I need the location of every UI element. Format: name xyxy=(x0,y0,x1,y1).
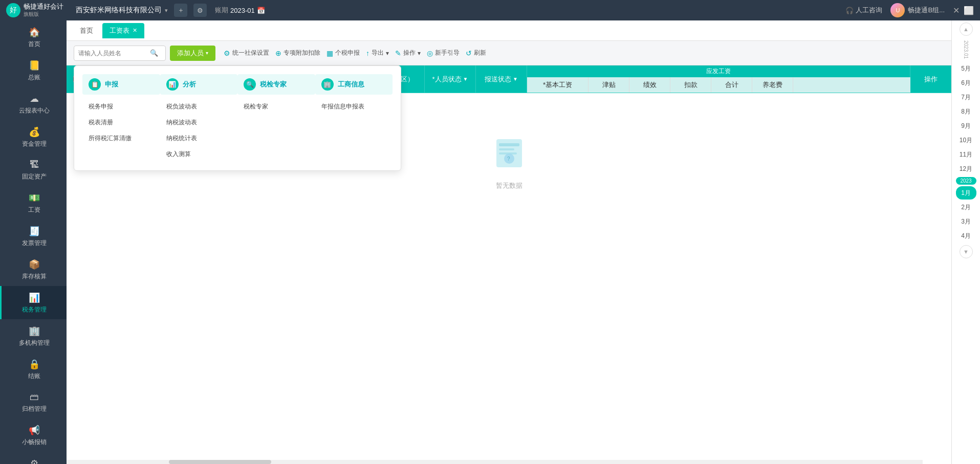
refresh-label: 刷新 xyxy=(474,49,486,57)
sidebar-item-cloud-report[interactable]: ☁ 云报表中心 xyxy=(0,87,67,120)
close-icon[interactable]: ✕ xyxy=(953,6,960,15)
social-label: 统一社保设置 xyxy=(232,49,269,57)
tab-home[interactable]: 首页 xyxy=(73,23,100,38)
tax-report-button[interactable]: ▦ 个税申报 xyxy=(326,49,360,57)
sidebar-label-multi-org: 多机构管理 xyxy=(19,339,50,347)
calendar-panel: ▲ 2023.01 5月 6月 7月 8月 9月 10月 11月 12月 202… xyxy=(951,20,980,464)
svg-rect-1 xyxy=(499,143,519,146)
ops-label: 操作 xyxy=(403,49,416,57)
export-button[interactable]: ↑ 导出 ▾ xyxy=(366,49,389,57)
cal-month-11[interactable]: 11月 xyxy=(956,148,976,161)
sidebar-item-fund[interactable]: 💰 资金管理 xyxy=(0,120,67,153)
svg-rect-2 xyxy=(499,148,514,150)
deduct-label: 专项附加扣除 xyxy=(284,49,320,57)
dropdown-item-income[interactable]: 收入测算 xyxy=(160,146,238,162)
service-button[interactable]: 🎧 人工咨询 xyxy=(845,6,882,15)
ledger-icon: 📒 xyxy=(29,60,40,71)
app-edition: 旗舰版 xyxy=(24,11,63,18)
tax-report-label: 个税申报 xyxy=(335,49,360,57)
calendar-icon[interactable]: 📅 xyxy=(257,7,265,14)
sidebar-item-home[interactable]: 🏠 首页 xyxy=(0,20,67,54)
sub-th-total: 合计 xyxy=(711,77,752,93)
fund-icon: 💰 xyxy=(29,126,40,138)
zhuanjia-icon: 🔍 xyxy=(244,78,256,91)
dropdown-header-shenb: 📋 申报 xyxy=(82,74,160,95)
dropdown-item-taxburden[interactable]: 税负波动表 xyxy=(160,99,238,115)
fenxi-icon: 📊 xyxy=(166,78,179,91)
sidebar-item-multi-org[interactable]: 🏢 多机构管理 xyxy=(0,319,67,352)
sidebar-item-marketing[interactable]: 📢 小畅报销 xyxy=(0,418,67,452)
headset-icon: 🎧 xyxy=(845,7,854,14)
refresh-button[interactable]: ↺ 刷新 xyxy=(466,49,486,57)
dropdown-item-taxstat[interactable]: 纳税统计表 xyxy=(160,130,238,146)
scrollbar-track[interactable] xyxy=(67,460,923,464)
gongshang-icon: 🏢 xyxy=(321,78,334,91)
main-content: 首页 工资表 ✕ 🔍 添加人员 ▾ ⚙ 统一社保设置 xyxy=(67,20,951,464)
cal-nav-up[interactable]: ▲ xyxy=(960,23,973,36)
user-area[interactable]: U 畅捷通B组... xyxy=(890,3,945,17)
scrollbar-thumb[interactable] xyxy=(169,460,271,464)
dropdown-item-annualreport[interactable]: 年报信息申报表 xyxy=(315,99,393,115)
sidebar-item-close-account[interactable]: 🔒 结账 xyxy=(0,352,67,386)
sidebar-label-assets: 固定资产 xyxy=(22,172,47,181)
dropdown-col-fenxi: 📊 分析 税负波动表 纳税波动表 纳税统计表 收入测算 xyxy=(160,74,238,162)
sidebar-item-archive[interactable]: 🗃 归档管理 xyxy=(0,386,67,418)
sidebar-item-payroll[interactable]: 💵 工资 xyxy=(0,186,67,219)
cal-month-5[interactable]: 5月 xyxy=(956,62,976,75)
period-label: 账期 xyxy=(215,6,228,15)
sidebar-item-ledger[interactable]: 📒 总账 xyxy=(0,54,67,87)
sidebar-item-inventory[interactable]: 📦 库存核算 xyxy=(0,253,67,286)
add-button[interactable]: ＋ xyxy=(174,4,187,17)
sidebar-label-invoice: 发票管理 xyxy=(22,239,47,248)
header-actions: ＋ ⚙ xyxy=(174,4,207,17)
payroll-icon: 💵 xyxy=(29,192,40,204)
sidebar-label-cloud: 云报表中心 xyxy=(19,106,50,115)
sidebar-label-marketing: 小畅报销 xyxy=(22,438,47,447)
add-person-button[interactable]: 添加人员 ▾ xyxy=(170,46,215,61)
guide-button[interactable]: ◎ 新手引导 xyxy=(427,49,460,57)
cal-month-3[interactable]: 3月 xyxy=(956,215,976,228)
shenb-label: 申报 xyxy=(105,80,118,89)
sidebar-item-tax[interactable]: 📊 税务管理 xyxy=(0,286,67,319)
th-status: *人员状态 ▼ xyxy=(425,65,476,93)
ops-chevron-icon: ▾ xyxy=(418,50,421,57)
special-deduct-button[interactable]: ⊕ 专项附加扣除 xyxy=(275,49,320,57)
maximize-icon[interactable]: ⬜ xyxy=(964,6,974,15)
sidebar-item-settings[interactable]: ⚙ 基础设置 xyxy=(0,452,67,464)
marketing-icon: 📢 xyxy=(29,425,40,436)
sidebar-item-invoice[interactable]: 🧾 发票管理 xyxy=(0,219,67,253)
settings-icon[interactable]: ⚙ xyxy=(193,4,207,17)
dropdown-item-taxreg[interactable]: 税表清册 xyxy=(82,115,160,130)
cal-month-8[interactable]: 8月 xyxy=(956,105,976,118)
dropdown-item-taxpay[interactable]: 纳税波动表 xyxy=(160,115,238,130)
sidebar-label-close: 结账 xyxy=(28,372,40,381)
search-input[interactable] xyxy=(78,50,150,57)
assets-icon: 🏗 xyxy=(30,160,39,170)
sub-th-perf: 绩效 xyxy=(629,77,670,93)
cal-month-9[interactable]: 9月 xyxy=(956,119,976,132)
chevron-down-icon: ▾ xyxy=(165,7,168,14)
sub-th-base: *基本工资 xyxy=(527,77,589,93)
sidebar-label-archive: 归档管理 xyxy=(22,405,47,413)
dropdown-item-taxexpert[interactable]: 税检专家 xyxy=(237,99,315,115)
cal-month-6[interactable]: 6月 xyxy=(956,76,976,90)
social-settings-button[interactable]: ⚙ 统一社保设置 xyxy=(224,49,269,57)
add-person-chevron-icon: ▾ xyxy=(206,50,208,56)
cal-month-7[interactable]: 7月 xyxy=(956,91,976,104)
dropdown-item-taxreport[interactable]: 税务申报 xyxy=(82,99,160,115)
tab-close-icon[interactable]: ✕ xyxy=(133,27,137,34)
home-icon: 🏠 xyxy=(29,27,40,38)
cal-month-2[interactable]: 2月 xyxy=(956,201,976,214)
sidebar-item-assets[interactable]: 🏗 固定资产 xyxy=(0,153,67,186)
archive-icon: 🗃 xyxy=(30,392,39,403)
cal-nav-down[interactable]: ▼ xyxy=(960,245,973,258)
operations-button[interactable]: ✎ 操作 ▾ xyxy=(395,49,421,57)
tab-payroll[interactable]: 工资表 ✕ xyxy=(102,23,144,38)
cal-month-12[interactable]: 12月 xyxy=(956,162,976,175)
company-selector[interactable]: 西安虾米网络科技有限公司 ▾ xyxy=(76,6,168,15)
header-right: 🎧 人工咨询 U 畅捷通B组... ✕ ⬜ xyxy=(845,3,974,17)
cal-month-1-active[interactable]: 1月 xyxy=(956,186,976,200)
cal-month-4[interactable]: 4月 xyxy=(956,229,976,242)
cal-month-10[interactable]: 10月 xyxy=(956,134,976,147)
dropdown-item-incometax[interactable]: 所得税汇算清缴 xyxy=(82,130,160,146)
